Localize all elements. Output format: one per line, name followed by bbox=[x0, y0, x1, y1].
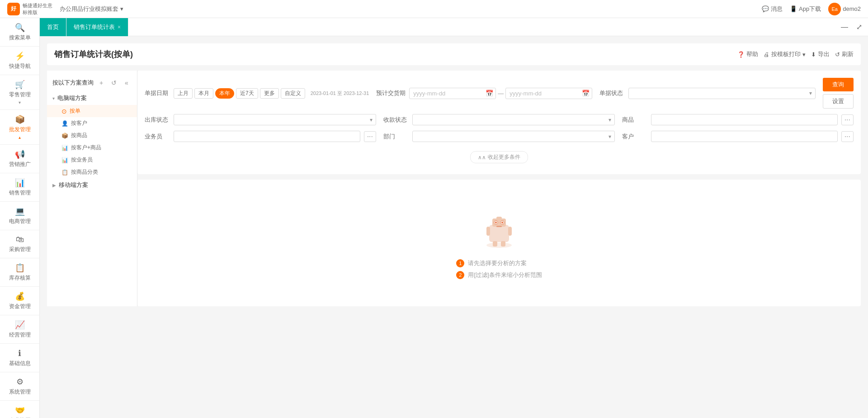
reset-button[interactable]: 设置 bbox=[823, 94, 854, 109]
sidebar-item-retail[interactable]: 🛒 零售管理 ▾ bbox=[0, 75, 39, 110]
tree-node-by-cust-prod[interactable]: 📊 按客户+商品 bbox=[47, 142, 137, 154]
message-action[interactable]: 💬 消息 bbox=[762, 5, 783, 13]
tree-node-by-product[interactable]: 📦 按商品 bbox=[47, 129, 137, 142]
date-btn-custom[interactable]: 自定义 bbox=[281, 88, 305, 99]
query-button[interactable]: 查询 bbox=[823, 78, 854, 91]
home-tab-label: 首页 bbox=[47, 23, 59, 31]
tree-parent-label: 电脑端方案 bbox=[57, 94, 87, 102]
side-panel-header: 按以下方案查询 + ↺ « bbox=[47, 74, 137, 91]
salesman-dots-btn[interactable]: ··· bbox=[364, 131, 376, 142]
print-action[interactable]: 🖨 按模板打印 ▾ bbox=[764, 50, 806, 58]
tab-home[interactable]: 首页 bbox=[40, 18, 66, 36]
hint-text-2: 用[过滤]条件来缩小分析范围 bbox=[468, 271, 542, 279]
collapse-panel-icon: « bbox=[125, 79, 128, 86]
tab-sales-order[interactable]: 销售订单统计表 × bbox=[66, 18, 128, 36]
add-scheme-btn[interactable]: + bbox=[96, 78, 106, 88]
active-tab-label: 销售订单统计表 bbox=[74, 23, 115, 31]
system-icon: ⚙ bbox=[16, 377, 24, 387]
sidebar-item-enterprise[interactable]: 🤝 企业协同 bbox=[0, 401, 39, 418]
top-bar: 好 畅捷通好生意 标推版 办公用品行业模拟账套 ▾ 💬 消息 📱 App下载 E… bbox=[0, 0, 868, 18]
export-action[interactable]: ⬇ 导出 bbox=[811, 50, 830, 58]
date-btn-this-year[interactable]: 本年 bbox=[215, 88, 234, 99]
tree-node-by-order[interactable]: ⊙ 按单 bbox=[47, 105, 137, 117]
export-icon: ⬇ bbox=[811, 51, 816, 58]
tree-node-by-category[interactable]: 📋 按商品分类 bbox=[47, 166, 137, 178]
salesman-label: 业务员 bbox=[145, 133, 170, 141]
user-avatar-area[interactable]: Ea demo2 bbox=[828, 3, 861, 15]
empty-hints: 1 请先选择要分析的方案 2 用[过滤]条件来缩小分析范围 bbox=[456, 259, 542, 279]
sidebar-label-marketing: 营销推广 bbox=[9, 161, 31, 168]
page-header: 销售订单统计表(按单) ❓ 帮助 🖨 按模板打印 ▾ ⬇ 导出 bbox=[47, 43, 861, 65]
sidebar-item-system[interactable]: ⚙ 系统管理 bbox=[0, 372, 39, 401]
sidebar-item-quick-nav[interactable]: ⚡ 快捷导航 bbox=[0, 47, 39, 75]
help-icon: ❓ bbox=[737, 51, 745, 58]
date-btn-last-month[interactable]: 上月 bbox=[174, 88, 193, 99]
expected-date-start-input[interactable] bbox=[409, 88, 496, 99]
minimize-btn[interactable]: — bbox=[839, 22, 850, 33]
expected-date-end-input[interactable] bbox=[505, 88, 592, 99]
by-salesman-label: 按业务员 bbox=[71, 156, 93, 164]
collapse-filters-btn[interactable]: ∧∧ 收起更多条件 bbox=[470, 151, 528, 163]
customer-input[interactable] bbox=[651, 131, 838, 142]
tree-node-by-customer[interactable]: 👤 按客户 bbox=[47, 117, 137, 129]
sidebar-label-basic: 基础信息 bbox=[9, 360, 31, 367]
calendar-end-icon: 📅 bbox=[582, 90, 590, 97]
sidebar-item-purchase[interactable]: 🛍 采购管理 bbox=[0, 230, 39, 258]
app-selector[interactable]: 办公用品行业模拟账套 ▾ bbox=[56, 3, 127, 15]
by-cust-prod-label: 按客户+商品 bbox=[71, 144, 101, 152]
sidebar-item-operation[interactable]: 📈 经营管理 bbox=[0, 315, 39, 344]
filter-item-date: 单据日期 上月 本月 本年 近7天 更多 自定义 2023-01-01 至 20… bbox=[145, 88, 369, 99]
content-area: 首页 销售订单统计表 × — ⤢ 销售订单统计表(按单) bbox=[40, 18, 868, 418]
page-title: 销售订单统计表(按单) bbox=[54, 49, 133, 60]
sidebar-item-wholesale[interactable]: 📦 批发管理 ▴ bbox=[0, 110, 39, 145]
sidebar-item-ecommerce[interactable]: 💻 电商管理 bbox=[0, 202, 39, 230]
refresh-action[interactable]: ↺ 刷新 bbox=[835, 50, 854, 58]
sidebar-item-sales[interactable]: 📊 销售管理 bbox=[0, 173, 39, 202]
collapse-panel-btn[interactable]: « bbox=[122, 78, 132, 88]
svg-rect-1 bbox=[489, 225, 509, 242]
date-btn-this-month[interactable]: 本月 bbox=[194, 88, 213, 99]
filter-item-expected-date: 预计交货期 📅 — 📅 bbox=[376, 88, 592, 99]
calendar-start-icon: 📅 bbox=[486, 90, 493, 97]
sidebar-item-marketing[interactable]: 📢 营销推广 bbox=[0, 145, 39, 173]
purchase-icon: 🛍 bbox=[16, 235, 24, 244]
sidebar-item-inventory[interactable]: 📋 库存核算 bbox=[0, 258, 39, 287]
product-dots-btn[interactable]: ··· bbox=[841, 114, 854, 125]
salesman-input[interactable] bbox=[174, 131, 360, 142]
refresh-scheme-btn[interactable]: ↺ bbox=[109, 78, 119, 88]
ship-status-select[interactable] bbox=[174, 114, 376, 125]
receipt-status-select[interactable] bbox=[412, 114, 615, 125]
tree-arrow-icon: ▾ bbox=[52, 96, 55, 101]
doc-status-select[interactable] bbox=[628, 88, 816, 99]
close-tab-icon[interactable]: × bbox=[118, 24, 121, 30]
side-panel-title: 按以下方案查询 bbox=[52, 79, 94, 87]
page-header-actions: ❓ 帮助 🖨 按模板打印 ▾ ⬇ 导出 ↺ 刷新 bbox=[737, 50, 854, 58]
svg-rect-11 bbox=[501, 241, 505, 247]
refresh-icon: ↺ bbox=[835, 51, 840, 58]
logo-area[interactable]: 好 畅捷通好生意 标推版 bbox=[7, 2, 52, 15]
customer-dots-btn[interactable]: ··· bbox=[841, 131, 854, 142]
sidebar-item-search-menu[interactable]: 🔍 搜索菜单 bbox=[0, 18, 39, 47]
print-dropdown-icon: ▾ bbox=[802, 51, 806, 58]
expected-date-label: 预计交货期 bbox=[376, 89, 406, 97]
sidebar-item-finance[interactable]: 💰 资金管理 bbox=[0, 287, 39, 315]
filter-row-1: 单据日期 上月 本月 本年 近7天 更多 自定义 2023-01-01 至 20… bbox=[145, 78, 854, 109]
maximize-btn[interactable]: ⤢ bbox=[854, 22, 864, 33]
date-separator: — bbox=[498, 90, 504, 97]
by-order-radio-icon: ⊙ bbox=[61, 108, 67, 115]
app-download-action[interactable]: 📱 App下载 bbox=[790, 5, 821, 13]
dept-select[interactable] bbox=[412, 131, 615, 142]
date-btn-more[interactable]: 更多 bbox=[260, 88, 279, 99]
date-buttons-group: 上月 本月 本年 近7天 更多 自定义 bbox=[174, 88, 305, 99]
tree-node-by-salesman[interactable]: 📊 按业务员 bbox=[47, 154, 137, 166]
svg-rect-9 bbox=[508, 227, 512, 236]
help-action[interactable]: ❓ 帮助 bbox=[737, 50, 758, 58]
product-input[interactable] bbox=[651, 114, 838, 125]
empty-hint-1: 1 请先选择要分析的方案 bbox=[456, 259, 542, 267]
sidebar-item-basic[interactable]: ℹ 基础信息 bbox=[0, 344, 39, 372]
date-btn-7days[interactable]: 近7天 bbox=[236, 88, 258, 99]
tree-parent-desktop[interactable]: ▾ 电脑端方案 bbox=[47, 91, 137, 105]
maximize-icon: ⤢ bbox=[856, 23, 862, 31]
tree-parent-mobile[interactable]: ▶ 移动端方案 bbox=[47, 178, 137, 192]
enterprise-icon: 🤝 bbox=[15, 405, 25, 415]
